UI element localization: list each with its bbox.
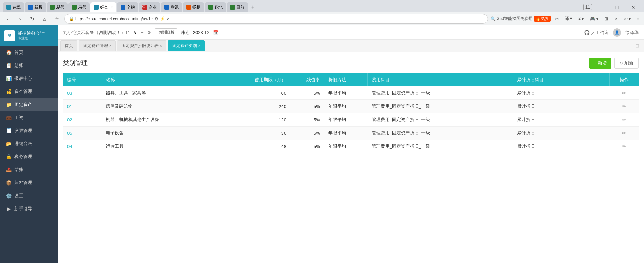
undo-icon[interactable]: ↩ ▾ xyxy=(622,16,633,22)
tab-asset-category-close[interactable]: × xyxy=(198,44,200,48)
browser-tab-tengxun[interactable]: 腾讯 xyxy=(161,2,182,12)
haohui-close-icon[interactable]: × xyxy=(111,5,113,9)
ledger2-icon: 📂 xyxy=(5,141,12,147)
invoice-icon: 🧾 xyxy=(5,128,12,134)
cell-expense-3: 管理费用_固定资产折旧_一级 xyxy=(368,127,513,140)
sidebar-item-home[interactable]: 🏠 首页 xyxy=(0,46,58,59)
grid-icon[interactable]: ⊞ xyxy=(603,16,610,22)
sidebar-item-archive[interactable]: 📦 归档管理 xyxy=(0,176,58,189)
new-tab-button[interactable]: + xyxy=(249,3,257,12)
address-bar[interactable]: 🔒 https://cloud.chanjet.com/accounting/u… xyxy=(64,14,488,24)
chart-icon: 📊 xyxy=(5,75,12,82)
sidebar-item-guide[interactable]: ▶ 新手引导 xyxy=(0,202,58,215)
settings-cog-button[interactable]: ⚙ xyxy=(147,30,151,35)
sidebar-item-reports[interactable]: 📊 报表中心 xyxy=(0,72,58,85)
scissors-icon[interactable]: ✂ xyxy=(553,16,561,22)
logo-icon: 畅 xyxy=(4,30,15,41)
browser-tab-yidai1[interactable]: 易代 xyxy=(47,2,68,12)
cell-rate-0: 5% xyxy=(290,86,324,100)
browser-tab-gesui[interactable]: 个税 xyxy=(117,2,138,12)
tab-home[interactable]: 首页 xyxy=(60,40,77,51)
calendar-icon[interactable]: 📅 xyxy=(213,30,218,35)
sidebar-label-capital: 资金管理 xyxy=(14,88,32,95)
close-button[interactable]: ✕ xyxy=(626,2,641,12)
maximize-button[interactable]: □ xyxy=(609,2,625,12)
browser-tab-haohui[interactable]: 好会 × xyxy=(90,2,116,12)
browser-tab-yidai2[interactable]: 易代 xyxy=(68,2,90,12)
logo-sub-text: 专业版 xyxy=(18,36,45,41)
browser-tab-changjie[interactable]: 畅捷 xyxy=(183,2,204,12)
site-settings-icon[interactable]: ⚙ xyxy=(155,16,159,21)
edit-button-0[interactable]: ✏ xyxy=(622,90,626,96)
home-icon: 🏠 xyxy=(5,49,12,56)
tab-home-label: 首页 xyxy=(65,43,73,49)
sun-icon[interactable]: ☀ xyxy=(612,16,620,22)
add-button[interactable]: + 新增 xyxy=(589,58,611,69)
sidebar-label-home: 首页 xyxy=(14,49,23,56)
sidebar-item-capital[interactable]: 💰 资金管理 xyxy=(0,85,58,98)
sidebar-item-ledger[interactable]: 📂 进销台账 xyxy=(0,137,58,150)
changjie-favicon xyxy=(186,5,191,10)
reload-button[interactable]: ↻ xyxy=(27,14,37,24)
switch-version-button[interactable]: 切到旧版 xyxy=(155,28,177,36)
user-name: 徐泽华 xyxy=(625,29,639,36)
edit-button-4[interactable]: ✏ xyxy=(622,144,626,149)
tab-fixed-assets-mgmt-close[interactable]: × xyxy=(109,44,111,48)
guide-icon: ▶ xyxy=(5,206,12,212)
cell-code-2[interactable]: 02 xyxy=(63,113,102,127)
tab-fixed-assets-mgmt[interactable]: 固定资产管理 × xyxy=(79,40,116,51)
cell-rate-2: 5% xyxy=(290,113,324,127)
sidebar-item-tax[interactable]: 🔒 税务管理 xyxy=(0,150,58,163)
sidebar-item-zhangzhang[interactable]: 📋 总账 xyxy=(0,59,58,72)
table-row: 03 器具、工具、家具等 60 5% 年限平均 管理费用_固定资产折旧_一级 累… xyxy=(63,86,639,100)
menu-icon[interactable]: ≡ xyxy=(635,16,641,22)
col-header-actions: 操作 xyxy=(609,73,639,86)
add-company-button[interactable]: + xyxy=(140,29,143,36)
cell-depreciation-3: 累计折旧 xyxy=(513,127,610,140)
sidebar-item-close-accounts[interactable]: 📤 结账 xyxy=(0,163,58,176)
sidebar-item-salary[interactable]: 💼 工资 xyxy=(0,111,58,124)
sidebar: 畅 畅捷通好会计 专业版 🏠 首页 📋 总账 📊 报表中心 💰 xyxy=(0,25,58,263)
edit-button-1[interactable]: ✏ xyxy=(622,104,626,109)
browser-tab-gedi[interactable]: 各地 xyxy=(205,2,226,12)
demo-badge: 刘小艳演示套餐（勿删勿动！）11 xyxy=(63,29,130,36)
tab-expand-icon[interactable]: ⊡ xyxy=(633,43,641,48)
cell-method-3: 年限平均 xyxy=(324,127,368,140)
tab-depreciation-table[interactable]: 固定资产折旧统计表 × xyxy=(117,40,166,51)
tab-collapse-icon[interactable]: — xyxy=(623,43,632,48)
edit-button-2[interactable]: ✏ xyxy=(622,117,626,122)
sidebar-item-invoice[interactable]: 🧾 发票管理 xyxy=(0,124,58,137)
home-button[interactable]: ⌂ xyxy=(40,14,49,24)
minimize-button[interactable]: — xyxy=(593,2,608,12)
browser-tab-qiye[interactable]: C 企业 xyxy=(139,2,160,12)
bookmark-button[interactable]: ☆ xyxy=(52,14,62,24)
zaixin-favicon xyxy=(6,5,11,10)
browser-tab-muqian[interactable]: 目前 xyxy=(227,2,248,12)
qiye-label: 企业 xyxy=(149,4,157,10)
sidebar-label-invoice: 发票管理 xyxy=(14,128,32,134)
cell-period-2: 120 xyxy=(237,113,290,127)
browser-tab-xinban[interactable]: 新版 xyxy=(25,2,46,12)
cell-code-0[interactable]: 03 xyxy=(63,86,102,100)
refresh-button[interactable]: ↻ 刷新 xyxy=(614,58,639,69)
wallet-icon[interactable]: ¥ ▾ xyxy=(576,16,586,22)
games-icon[interactable]: 🎮 ▾ xyxy=(588,16,600,22)
sidebar-item-settings[interactable]: ⚙️ 设置 xyxy=(0,189,58,202)
cell-name-3: 电子设备 xyxy=(102,127,237,140)
tab-depreciation-table-close[interactable]: × xyxy=(160,44,162,48)
forward-button[interactable]: › xyxy=(15,14,25,24)
sidebar-item-fixed-assets[interactable]: 📁 固定资产 xyxy=(0,98,58,111)
cell-name-1: 房屋及建筑物 xyxy=(102,100,237,113)
cell-code-3[interactable]: 05 xyxy=(63,127,102,140)
cell-expense-4: 管理费用_固定资产折旧_一级 xyxy=(368,140,513,153)
translate-icon[interactable]: 译 ▾ xyxy=(563,15,574,22)
dropdown-icon[interactable]: ∨ xyxy=(134,30,137,35)
back-button[interactable]: ‹ xyxy=(3,14,12,24)
tab-asset-category[interactable]: 固定资产类别 × xyxy=(168,40,205,51)
cell-code-1[interactable]: 01 xyxy=(63,100,102,113)
search-bar[interactable]: 🔍 360智能抠图免费用 🔥 热搜 xyxy=(491,16,551,22)
service-button[interactable]: 🎧 人工咨询 xyxy=(584,29,609,36)
browser-tab-zaixin[interactable]: 在线 xyxy=(3,2,24,12)
cell-code-4[interactable]: 04 xyxy=(63,140,102,153)
edit-button-3[interactable]: ✏ xyxy=(622,130,626,136)
